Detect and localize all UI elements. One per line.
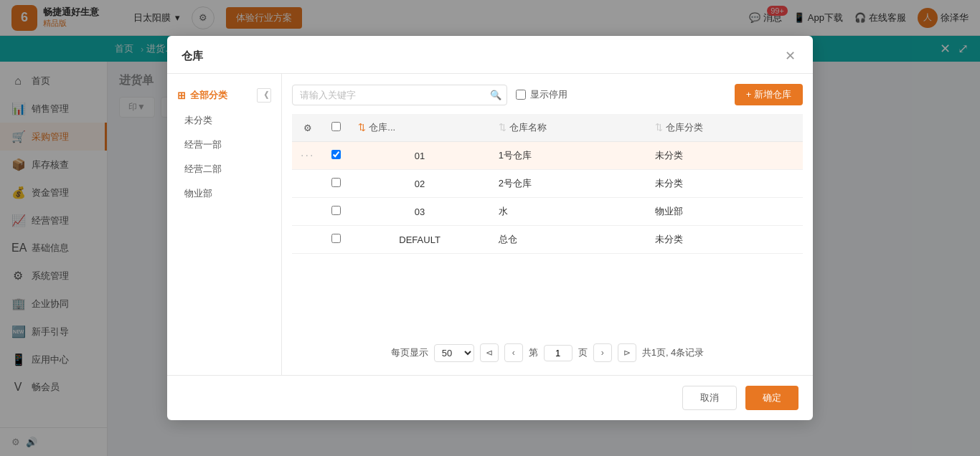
search-icon[interactable]: 🔍 (490, 90, 501, 100)
row-checkbox-cell-3 (323, 226, 349, 254)
sort-icon: ⇅ (358, 122, 366, 133)
row-category-0: 未分类 (646, 142, 803, 170)
modal-body: ⊞ 全部分类 《 未分类经营一部经营二部物业部 🔍 (167, 74, 813, 375)
show-disabled-label[interactable]: 显示停用 (516, 88, 567, 101)
row-checkbox-cell-1 (323, 170, 349, 198)
row-checkbox-2[interactable] (331, 206, 341, 215)
table-body: ··· 01 1号仓库 未分类 02 2号仓库 未分类 03 水 物业部 (292, 142, 803, 254)
row-name-1: 2号仓库 (490, 170, 646, 198)
page-size-select[interactable]: 501020100 (434, 344, 474, 362)
page-unit: 页 (578, 346, 588, 359)
row-checkbox-0[interactable] (331, 150, 341, 159)
modal-close-button[interactable]: ✕ (781, 47, 798, 65)
row-code-0: 01 (349, 142, 489, 170)
row-name-3: 总仓 (490, 226, 646, 254)
next-page-button[interactable]: › (593, 343, 612, 362)
table-header-row: ⚙ ⇅仓库... ⇅仓库名称 ⇅仓库分类 (292, 114, 803, 142)
row-category-3: 未分类 (646, 226, 803, 254)
row-settings-icon-0: ··· (292, 142, 323, 170)
cancel-button[interactable]: 取消 (682, 386, 737, 410)
all-categories-item[interactable]: ⊞ 全部分类 《 (167, 82, 281, 108)
table-container: ⚙ ⇅仓库... ⇅仓库名称 ⇅仓库分类 (292, 114, 803, 335)
col-code: ⇅仓库... (349, 114, 489, 142)
row-checkbox-3[interactable] (331, 234, 341, 243)
modal-footer: 取消 确定 (167, 375, 813, 420)
all-categories-label: 全部分类 (190, 89, 227, 102)
category-item-2[interactable]: 经营二部 (167, 157, 281, 181)
table-toolbar: 🔍 显示停用 + 新增仓库 (292, 84, 803, 105)
category-item-0[interactable]: 未分类 (167, 108, 281, 133)
search-input[interactable] (292, 85, 507, 105)
row-category-1: 未分类 (646, 170, 803, 198)
row-code-1: 02 (349, 170, 489, 198)
table-head: ⚙ ⇅仓库... ⇅仓库名称 ⇅仓库分类 (292, 114, 803, 142)
sort-icon-2: ⇅ (499, 122, 507, 133)
page-label: 第 (529, 346, 538, 359)
warehouse-table: ⚙ ⇅仓库... ⇅仓库名称 ⇅仓库分类 (292, 114, 803, 254)
table-row[interactable]: 02 2号仓库 未分类 (292, 170, 803, 198)
show-disabled-checkbox[interactable] (516, 90, 526, 100)
pagination-bar: 每页显示 501020100 ⊲ ‹ 第 页 › ⊳ 共1页, 4条记录 (292, 335, 803, 365)
category-items: 未分类经营一部经营二部物业部 (167, 108, 281, 206)
row-options-btn[interactable]: ··· (301, 149, 314, 161)
row-code-2: 03 (349, 198, 489, 226)
confirm-button[interactable]: 确定 (745, 386, 798, 410)
row-checkbox-cell-0 (323, 142, 349, 170)
table-row[interactable]: ··· 01 1号仓库 未分类 (292, 142, 803, 170)
row-checkbox-1[interactable] (331, 178, 341, 187)
total-info: 共1页, 4条记录 (642, 346, 705, 359)
table-row[interactable]: DEFAULT 总仓 未分类 (292, 226, 803, 254)
grid-icon: ⊞ (177, 90, 186, 101)
row-settings-icon-1 (292, 170, 323, 198)
page-number-input[interactable] (544, 345, 573, 361)
first-page-button[interactable]: ⊲ (480, 343, 499, 362)
row-settings-icon-3 (292, 226, 323, 254)
table-panel: 🔍 显示停用 + 新增仓库 ⚙ (282, 74, 813, 375)
row-checkbox-cell-2 (323, 198, 349, 226)
last-page-button[interactable]: ⊳ (618, 343, 636, 362)
category-item-1[interactable]: 经营一部 (167, 133, 281, 157)
col-name: ⇅仓库名称 (490, 114, 646, 142)
add-warehouse-button[interactable]: + 新增仓库 (735, 84, 803, 105)
col-checkbox (323, 114, 349, 142)
row-name-2: 水 (490, 198, 646, 226)
modal-overlay: 仓库 ✕ ⊞ 全部分类 《 未分类经营一部经营二部物业部 (0, 0, 980, 456)
select-all-checkbox[interactable] (331, 122, 341, 131)
search-wrap: 🔍 (292, 85, 507, 105)
row-code-3: DEFAULT (349, 226, 489, 254)
row-settings-icon-2 (292, 198, 323, 226)
table-row[interactable]: 03 水 物业部 (292, 198, 803, 226)
row-name-0: 1号仓库 (490, 142, 646, 170)
row-category-2: 物业部 (646, 198, 803, 226)
warehouse-modal: 仓库 ✕ ⊞ 全部分类 《 未分类经营一部经营二部物业部 (167, 36, 813, 420)
category-panel: ⊞ 全部分类 《 未分类经营一部经营二部物业部 (167, 74, 282, 375)
col-category: ⇅仓库分类 (646, 114, 803, 142)
collapse-panel-button[interactable]: 《 (257, 88, 271, 103)
sort-icon-3: ⇅ (655, 122, 663, 133)
show-disabled-text: 显示停用 (530, 88, 567, 101)
modal-header: 仓库 ✕ (167, 36, 813, 74)
modal-title: 仓库 (182, 49, 203, 63)
category-item-3[interactable]: 物业部 (167, 181, 281, 206)
prev-page-button[interactable]: ‹ (504, 343, 523, 362)
col-settings: ⚙ (292, 114, 323, 142)
per-page-label: 每页显示 (391, 346, 428, 359)
